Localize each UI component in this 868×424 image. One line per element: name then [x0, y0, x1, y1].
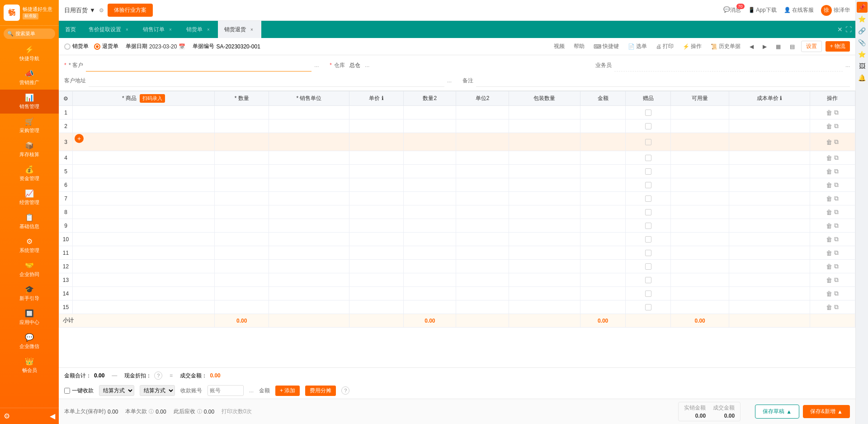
staff-input[interactable] [614, 59, 843, 71]
product-cell[interactable] [73, 287, 215, 300]
copy-row-btn[interactable]: ⧉ [834, 303, 839, 311]
amount-cell[interactable] [580, 192, 626, 205]
sidebar-item-inventory[interactable]: 📦 库存核算 [0, 138, 59, 162]
product-cell[interactable] [73, 106, 215, 119]
unit-cell[interactable] [269, 133, 349, 151]
price-cell[interactable] [349, 260, 403, 273]
help-circle[interactable]: ? [154, 372, 162, 380]
pkg-qty-cell[interactable] [509, 178, 580, 192]
unit-cell[interactable] [269, 205, 349, 219]
amount-cell[interactable] [580, 300, 626, 314]
available-cell[interactable] [670, 151, 729, 165]
qty2-cell[interactable] [404, 219, 456, 233]
unit2-cell[interactable] [456, 300, 509, 314]
qty2-cell[interactable] [404, 233, 456, 246]
delete-row-btn[interactable]: 🗑 [826, 249, 832, 257]
amount-cell[interactable] [580, 273, 626, 287]
unit-cell[interactable] [269, 165, 349, 178]
product-cell[interactable] [73, 165, 215, 178]
unit2-cell[interactable] [456, 165, 509, 178]
one-click-checkbox[interactable]: 一键收款 [64, 387, 94, 395]
settings-col-icon[interactable]: ⚙ [63, 95, 68, 102]
unit-cell[interactable] [269, 246, 349, 260]
grid-view-btn[interactable]: ▦ [773, 43, 783, 51]
copy-row-btn[interactable]: ⧉ [834, 235, 839, 243]
price-cell[interactable] [349, 151, 403, 165]
gift-cell[interactable] [626, 151, 671, 165]
sidebar-item-operations[interactable]: 📈 经营管理 [0, 186, 59, 210]
help-btn[interactable]: 帮助 [571, 42, 587, 51]
window-maximize-icon[interactable]: ⛶ [845, 26, 852, 33]
delete-row-btn[interactable]: 🗑 [826, 276, 832, 284]
cost-price-cell[interactable] [729, 151, 810, 165]
product-input[interactable] [117, 143, 171, 150]
price-cell[interactable] [349, 287, 403, 300]
available-cell[interactable] [670, 287, 729, 300]
remark-input[interactable] [476, 74, 850, 87]
gift-checkbox[interactable] [645, 250, 651, 256]
pkg-qty-cell[interactable] [509, 106, 580, 119]
save-new-btn[interactable]: 保存&新增 ▲ [803, 405, 850, 418]
rt-btn-5[interactable]: ⭐ [857, 49, 868, 60]
unit-cell[interactable] [269, 106, 349, 119]
amount-cell[interactable] [580, 260, 626, 273]
amount-cell[interactable] [580, 219, 626, 233]
quantity-cell[interactable] [215, 133, 269, 151]
unit2-cell[interactable] [456, 106, 509, 119]
unit-cell[interactable] [269, 151, 349, 165]
quantity-cell[interactable] [215, 300, 269, 314]
gift-checkbox[interactable] [645, 236, 651, 243]
gift-checkbox[interactable] [645, 291, 651, 297]
pkg-qty-cell[interactable] [509, 165, 580, 178]
qty2-cell[interactable] [404, 165, 456, 178]
quantity-cell[interactable] [215, 165, 269, 178]
message-btn[interactable]: 💬 消息 70 [723, 6, 741, 14]
unit2-cell[interactable] [456, 246, 509, 260]
unit2-cell[interactable] [456, 178, 509, 192]
tab-sales-order-close[interactable]: × [167, 26, 174, 33]
video-btn[interactable]: 视频 [551, 42, 567, 51]
add-row-btn[interactable]: + [75, 134, 84, 143]
copy-row-btn[interactable]: ⧉ [834, 109, 839, 116]
cost-price-cell[interactable] [729, 219, 810, 233]
delete-row-btn[interactable]: 🗑 [826, 154, 832, 162]
qty2-cell[interactable] [404, 246, 456, 260]
quantity-cell[interactable] [215, 106, 269, 119]
qty2-cell[interactable] [404, 300, 456, 314]
copy-row-btn[interactable]: ⧉ [834, 262, 839, 270]
copy-row-btn[interactable]: ⧉ [834, 122, 839, 130]
online-service-btn[interactable]: 👤 在线客服 [784, 6, 814, 14]
delete-row-btn[interactable]: 🗑 [826, 209, 832, 216]
expense-help-btn[interactable]: ? [341, 386, 349, 395]
gift-cell[interactable] [626, 178, 671, 192]
cost-price-cell[interactable] [729, 106, 810, 119]
sidebar-item-member[interactable]: 👑 畅会员 [0, 353, 59, 377]
unit2-cell[interactable] [456, 119, 509, 133]
shortcut-btn[interactable]: ⌨ 快捷键 [591, 42, 622, 51]
cost-price-cell[interactable] [729, 260, 810, 273]
staff-more-icon[interactable]: ... [845, 62, 850, 68]
product-cell[interactable] [73, 205, 215, 219]
rt-btn-7[interactable]: 🔔 [857, 72, 868, 83]
calc-select[interactable]: 结算方式 [140, 385, 175, 396]
user-avatar[interactable]: 徐 徐泽华 [821, 5, 850, 16]
available-cell[interactable] [670, 246, 729, 260]
amount-cell[interactable] [580, 287, 626, 300]
customer-input[interactable] [86, 59, 311, 71]
available-cell[interactable] [670, 260, 729, 273]
amount-more-icon[interactable]: ... [249, 387, 254, 394]
cost-price-cell[interactable] [729, 273, 810, 287]
pkg-qty-cell[interactable] [509, 287, 580, 300]
gift-cell[interactable] [626, 165, 671, 178]
qty2-cell[interactable] [404, 119, 456, 133]
price-cell[interactable] [349, 178, 403, 192]
gift-cell[interactable] [626, 273, 671, 287]
settlement-select[interactable]: 结算方式 [99, 385, 134, 396]
cost-price-cell[interactable] [729, 205, 810, 219]
qty2-cell[interactable] [404, 273, 456, 287]
pkg-qty-cell[interactable] [509, 233, 580, 246]
tab-price-setting-close[interactable]: × [124, 26, 130, 33]
sidebar-item-system[interactable]: ⚙ 系统管理 [0, 233, 59, 257]
address-input[interactable] [89, 74, 444, 87]
tab-home[interactable]: 首页 [59, 21, 82, 38]
